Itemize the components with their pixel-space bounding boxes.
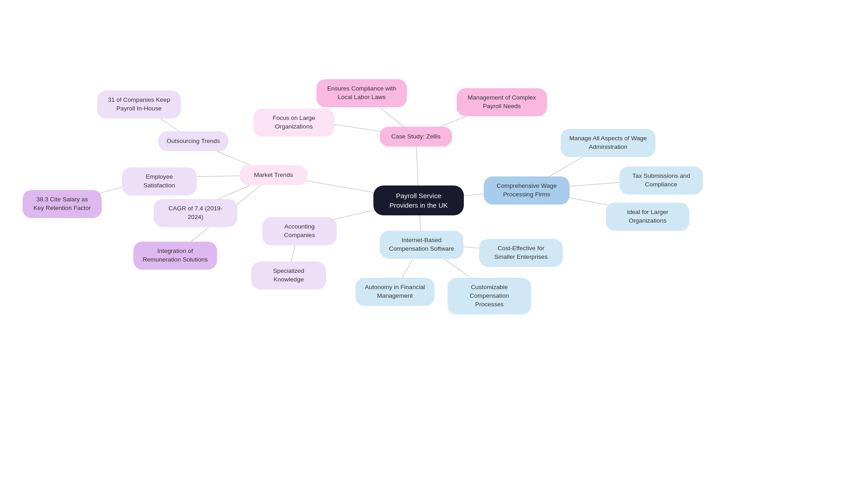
- node-comprehensive_wage: Comprehensive Wage Processing Firms: [484, 176, 570, 205]
- node-cite_salary: 38.3 Cite Salary as Key Retention Factor: [23, 190, 102, 218]
- node-tax_submissions: Tax Submissions and Compliance: [619, 167, 703, 195]
- node-internet_based: Internet-Based Compensation Software: [380, 231, 463, 259]
- node-autonomy: Autonomy in Financial Management: [355, 278, 434, 306]
- node-accounting_companies: Accounting Companies: [262, 217, 337, 245]
- node-integration_remuneration: Integration of Remuneration Solutions: [133, 242, 217, 270]
- node-ideal_larger: Ideal for Larger Organizations: [606, 203, 689, 231]
- node-focus_large: Focus on Large Organizations: [253, 109, 335, 137]
- node-customizable: Customizable Compensation Processes: [448, 278, 531, 314]
- node-case_study_zellis: Case Study: Zellis: [380, 127, 452, 147]
- node-ensures_compliance: Ensures Compliance with Local Labor Laws: [316, 79, 407, 107]
- node-center: Payroll Service Providers in the UK: [373, 186, 464, 215]
- node-cost_effective: Cost-Effective for Smaller Enterprises: [479, 239, 563, 267]
- node-keep_payroll: 31 of Companies Keep Payroll In-House: [97, 90, 181, 119]
- node-cagr: CAGR of 7.4 (2019-2024): [154, 199, 237, 227]
- node-management_complex: Management of Complex Payroll Needs: [457, 88, 547, 116]
- node-employee_satisfaction: Employee Satisfaction: [122, 167, 197, 195]
- mindmap-container: Payroll Service Providers in the UKCase …: [0, 0, 868, 490]
- node-outsourcing_trends: Outsourcing Trends: [158, 131, 228, 151]
- node-specialized_knowledge: Specialized Knowledge: [251, 262, 326, 290]
- node-manage_all_aspects: Manage All Aspects of Wage Administratio…: [561, 129, 656, 157]
- node-market_trends: Market Trends: [240, 165, 307, 185]
